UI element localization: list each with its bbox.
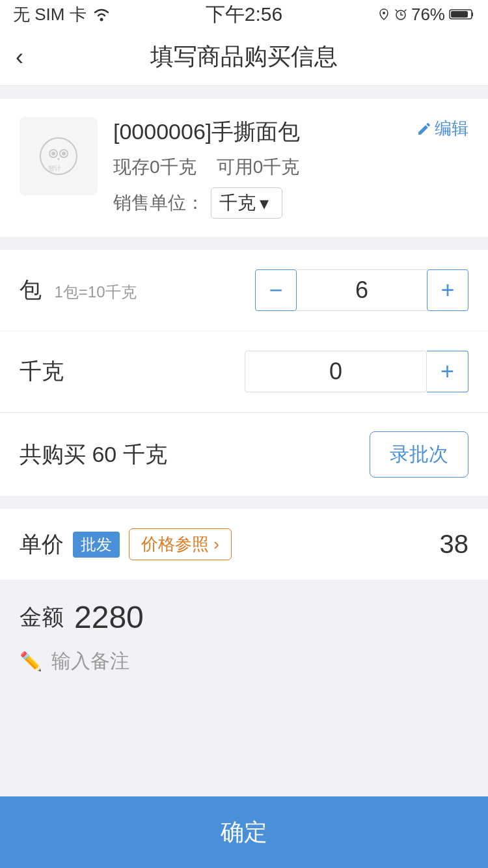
batch-button[interactable]: 录批次: [370, 431, 468, 478]
unit-select[interactable]: 千克 ▾: [211, 187, 282, 219]
svg-point-9: [62, 152, 66, 156]
product-name: [0000006]手撕面包: [113, 117, 300, 147]
price-reference-button[interactable]: 价格参照 ›: [129, 528, 232, 560]
wifi-icon: [92, 7, 111, 21]
product-stock: 现存0千克 可用0千克: [113, 155, 468, 180]
pencil-icon: ✏️: [20, 651, 42, 672]
product-info: [0000006]手撕面包 编辑 现存0千克 可用0千克 销售单位： 千克 ▾: [113, 117, 468, 219]
price-value: 38: [440, 530, 469, 559]
alarm-icon: [394, 8, 407, 21]
page-title: 填写商品购买信息: [150, 41, 338, 73]
page-header: ‹ 填写商品购买信息: [0, 29, 488, 86]
carrier-text: 无 SIM 卡: [13, 3, 87, 26]
product-unit-row: 销售单位： 千克 ▾: [113, 187, 468, 219]
remark-row[interactable]: ✏️ 输入备注: [20, 648, 468, 675]
bao-qty-control: − +: [255, 269, 468, 311]
price-type-tag: 批发: [73, 532, 120, 558]
amount-section: 金额 2280 ✏️ 输入备注: [0, 580, 488, 688]
back-button[interactable]: ‹: [16, 44, 23, 71]
remark-label: 输入备注: [51, 648, 129, 675]
status-left: 无 SIM 卡: [13, 3, 111, 26]
product-name-row: [0000006]手撕面包 编辑: [113, 117, 468, 147]
bao-plus-button[interactable]: +: [427, 269, 468, 311]
edit-button[interactable]: 编辑: [416, 117, 468, 140]
summary-text: 共购买 60 千克: [20, 440, 167, 470]
summary-row: 共购买 60 千克 录批次: [0, 413, 488, 496]
edit-icon: [416, 121, 432, 137]
bao-label: 包 1包=10千克: [20, 275, 255, 305]
price-row: 单价 批发 价格参照 › 38: [20, 528, 468, 560]
dropdown-arrow-icon: ▾: [260, 193, 269, 214]
svg-point-1: [383, 12, 385, 14]
quantity-form: 包 1包=10千克 − + 千克 + 共购买 60 千克 录批次: [0, 250, 488, 496]
kg-plus-button[interactable]: +: [427, 351, 468, 392]
product-logo-icon: 智计: [39, 137, 78, 176]
amount-row: 金额 2280: [20, 599, 468, 635]
bao-qty-input[interactable]: [297, 269, 427, 311]
battery-icon: [449, 8, 475, 21]
svg-rect-4: [451, 11, 468, 18]
kg-label: 千克: [20, 357, 245, 387]
location-icon: [377, 8, 390, 21]
status-right: 76%: [377, 5, 475, 25]
svg-point-0: [100, 18, 103, 21]
kg-qty-input[interactable]: [245, 351, 427, 392]
product-thumbnail: 智计: [20, 117, 98, 195]
price-label: 单价: [20, 530, 64, 560]
battery-text: 76%: [411, 5, 445, 25]
amount-label: 金额: [20, 603, 64, 632]
amount-value: 2280: [74, 599, 144, 635]
bao-minus-button[interactable]: −: [255, 269, 297, 311]
bao-row: 包 1包=10千克 − +: [0, 250, 488, 331]
status-time: 下午2:56: [206, 1, 282, 28]
status-bar: 无 SIM 卡 下午2:56 76%: [0, 0, 488, 29]
confirm-bar[interactable]: 确定: [0, 796, 488, 868]
product-card: 智计 [0000006]手撕面包 编辑 现存0千克 可用0千克 销售单位： 千克…: [0, 99, 488, 237]
svg-point-8: [51, 152, 55, 156]
price-section: 单价 批发 价格参照 › 38: [0, 509, 488, 580]
bao-sublabel: 1包=10千克: [54, 283, 136, 301]
kg-row: 千克 +: [0, 331, 488, 413]
kg-qty-control: +: [245, 351, 468, 392]
confirm-button[interactable]: 确定: [221, 817, 267, 848]
svg-text:智计: 智计: [48, 165, 61, 172]
